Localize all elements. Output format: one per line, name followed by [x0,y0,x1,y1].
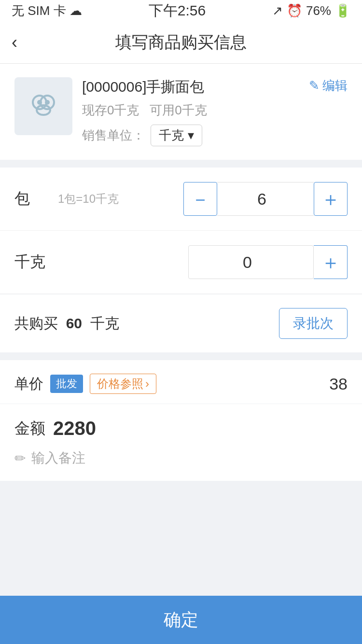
nav-bar: ‹ 填写商品购买信息 [0,21,362,64]
product-name: [0000006]手撕面包 [82,77,348,97]
pack-plus-button[interactable]: ＋ [314,182,348,216]
kg-plus-button[interactable]: ＋ [314,245,348,279]
pack-quantity-input[interactable] [217,182,314,216]
amount-label: 金额 [14,418,45,439]
svg-point-3 [37,100,42,105]
remark-placeholder: 输入备注 [31,449,85,467]
batch-button[interactable]: 录批次 [279,308,348,339]
edit-button[interactable]: ✎ 编辑 [309,77,348,94]
total-text: 共购买 60 千克 [14,314,119,334]
product-card: [0000006]手撕面包 现存0千克 可用0千克 销售单位： 千克 ▾ ✎ 编… [0,64,362,160]
amount-row: 金额 2280 [14,418,348,439]
alarm-icon: ⏰ [287,3,302,18]
kg-quantity-row: 千克 ＋ [0,231,362,294]
pack-quantity-controls: － ＋ [183,182,348,216]
product-logo-icon [29,92,58,121]
status-time: 下午2:56 [149,1,206,21]
total-row: 共购买 60 千克 录批次 [0,294,362,352]
product-image [14,77,72,135]
pack-sub-label: 1包=10千克 [58,191,183,207]
product-stock: 现存0千克 可用0千克 [82,102,348,119]
edit-icon: ✎ [309,78,320,93]
confirm-button[interactable]: 确定 [0,596,362,644]
svg-point-4 [45,100,50,105]
kg-quantity-input[interactable] [188,245,314,279]
price-ref-button[interactable]: 价格参照 › [90,374,156,394]
amount-section: 金额 2280 ✏ 输入备注 [0,404,362,481]
price-section: 单价 批发 价格参照 › 38 [0,360,362,404]
page-title: 填写商品购买信息 [115,31,247,54]
product-unit-row: 销售单位： 千克 ▾ [82,125,348,146]
remark-icon: ✏ [14,450,26,466]
status-left: 无 SIM 卡 ☁ [12,2,82,19]
status-right: ↗ ⏰ 76% 🔋 [272,3,350,18]
product-info: [0000006]手撕面包 现存0千克 可用0千克 销售单位： 千克 ▾ [82,77,348,146]
back-button[interactable]: ‹ [12,32,17,53]
quantity-section: 包 1包=10千克 － ＋ 千克 ＋ [0,168,362,294]
kg-quantity-controls: ＋ [188,245,348,279]
unit-selector[interactable]: 千克 ▾ [151,125,202,146]
amount-value: 2280 [53,418,96,439]
chevron-right-icon: › [145,377,149,391]
battery-icon: 🔋 [335,3,350,18]
price-row: 单价 批发 价格参照 › 38 [14,374,348,394]
chevron-down-icon: ▾ [188,128,194,143]
pack-minus-button[interactable]: － [183,182,217,216]
price-left: 单价 批发 价格参照 › [14,374,156,394]
pack-label: 包 [14,188,53,210]
pack-quantity-row: 包 1包=10千克 － ＋ [0,168,362,231]
status-bar: 无 SIM 卡 ☁ 下午2:56 ↗ ⏰ 76% 🔋 [0,0,362,21]
kg-label: 千克 [14,252,53,273]
batch-tag: 批发 [50,375,83,393]
battery-level: 76% [306,3,331,18]
price-label: 单价 [14,374,43,394]
remark-row[interactable]: ✏ 输入备注 [14,449,348,467]
location-icon: ↗ [272,3,283,18]
price-value: 38 [329,375,348,393]
